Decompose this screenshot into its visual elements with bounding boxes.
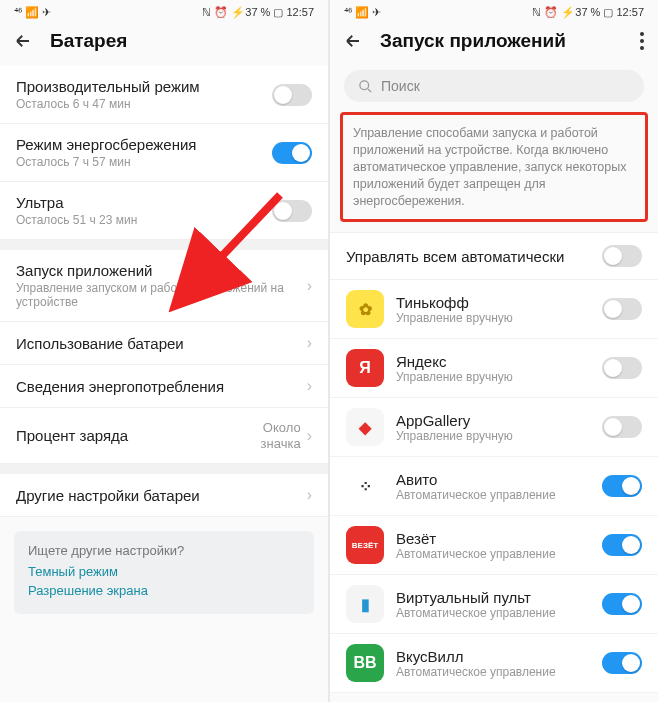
row-manage-all-auto[interactable]: Управлять всем автоматически <box>330 232 658 280</box>
label: Режим энергосбережения <box>16 136 272 153</box>
header: Запуск приложений <box>330 22 658 66</box>
back-icon[interactable] <box>344 32 362 50</box>
status-left: ⁴⁶ 📶 ✈ <box>14 6 51 19</box>
page-title: Запуск приложений <box>380 30 566 52</box>
section-gap <box>0 240 328 250</box>
label: Другие настройки батареи <box>16 487 301 504</box>
app-icon: ◆ <box>346 408 384 446</box>
app-icon: BB <box>346 644 384 682</box>
row-power-saving[interactable]: Режим энергосбережения Осталось 7 ч 57 м… <box>0 124 328 182</box>
row-battery-usage[interactable]: Использование батареи › <box>0 322 328 365</box>
status-bar: ⁴⁶ 📶 ✈ ℕ ⏰ ⚡37 % ▢ 12:57 <box>330 0 658 22</box>
label: Использование батареи <box>16 335 301 352</box>
app-name: Авито <box>396 471 590 488</box>
app-icon: Я <box>346 349 384 387</box>
sub: Осталось 6 ч 47 мин <box>16 97 272 111</box>
chevron-right-icon: › <box>307 377 312 395</box>
sub: Осталось 7 ч 57 мин <box>16 155 272 169</box>
app-mode: Управление вручную <box>396 370 590 384</box>
app-mode: Управление вручную <box>396 311 590 325</box>
chevron-right-icon: › <box>307 277 312 295</box>
app-name: ВкусВилл <box>396 648 590 665</box>
row-app-launch[interactable]: Запуск приложений Управление запуском и … <box>0 250 328 322</box>
app-icon: ⁘ <box>346 467 384 505</box>
more-menu-icon[interactable] <box>640 32 644 50</box>
toggle-app[interactable] <box>602 534 642 556</box>
app-icon: ✿ <box>346 290 384 328</box>
row-other-battery-settings[interactable]: Другие настройки батареи › <box>0 474 328 517</box>
label: Запуск приложений <box>16 262 301 279</box>
app-mode: Автоматическое управление <box>396 488 590 502</box>
app-row[interactable]: BBВкусВиллАвтоматическое управление <box>330 634 658 693</box>
app-row[interactable]: ЯЯндексУправление вручную <box>330 339 658 398</box>
app-row[interactable]: ⁘АвитоАвтоматическое управление <box>330 457 658 516</box>
sub: Осталось 51 ч 23 мин <box>16 213 272 227</box>
label: Процент заряда <box>16 427 261 444</box>
toggle-performance[interactable] <box>272 84 312 106</box>
chevron-right-icon: › <box>307 334 312 352</box>
status-right: ℕ ⏰ ⚡37 % ▢ 12:57 <box>532 6 644 19</box>
toggle-app[interactable] <box>602 475 642 497</box>
app-mode: Автоматическое управление <box>396 665 590 679</box>
chevron-right-icon: › <box>307 427 312 445</box>
phone-battery-settings: ⁴⁶ 📶 ✈ ℕ ⏰ ⚡37 % ▢ 12:57 Батарея Произво… <box>0 0 328 702</box>
value: Около значка <box>261 420 301 451</box>
app-row[interactable]: ◆AppGalleryУправление вручную <box>330 398 658 457</box>
label: Ультра <box>16 194 272 211</box>
link-screen-resolution[interactable]: Разрешение экрана <box>28 583 300 598</box>
status-bar: ⁴⁶ 📶 ✈ ℕ ⏰ ⚡37 % ▢ 12:57 <box>0 0 328 22</box>
app-name: AppGallery <box>396 412 590 429</box>
app-row[interactable]: ▮Виртуальный пультАвтоматическое управле… <box>330 575 658 634</box>
toggle-app[interactable] <box>602 416 642 438</box>
search-input[interactable]: Поиск <box>344 70 644 102</box>
toggle-app[interactable] <box>602 652 642 674</box>
hint-question: Ищете другие настройки? <box>28 543 300 558</box>
label: Производительный режим <box>16 78 272 95</box>
status-right: ℕ ⏰ ⚡37 % ▢ 12:57 <box>202 6 314 19</box>
app-row[interactable]: ВЕЗЁТВезётАвтоматическое управление <box>330 516 658 575</box>
row-performance-mode[interactable]: Производительный режим Осталось 6 ч 47 м… <box>0 66 328 124</box>
app-mode: Автоматическое управление <box>396 547 590 561</box>
row-ultra[interactable]: Ультра Осталось 51 ч 23 мин <box>0 182 328 240</box>
header: Батарея <box>0 22 328 66</box>
phone-app-launch-settings: ⁴⁶ 📶 ✈ ℕ ⏰ ⚡37 % ▢ 12:57 Запуск приложен… <box>330 0 658 702</box>
app-name: Везёт <box>396 530 590 547</box>
app-row[interactable]: ✿ТинькоффУправление вручную <box>330 280 658 339</box>
app-icon: ВЕЗЁТ <box>346 526 384 564</box>
search-icon <box>358 79 373 94</box>
toggle-ultra[interactable] <box>272 200 312 222</box>
row-consumption[interactable]: Сведения энергопотребления › <box>0 365 328 408</box>
chevron-right-icon: › <box>307 486 312 504</box>
app-name: Яндекс <box>396 353 590 370</box>
sub: Управление запуском и работой приложений… <box>16 281 301 309</box>
label: Управлять всем автоматически <box>346 248 602 265</box>
more-settings-hint: Ищете другие настройки? Темный режим Раз… <box>14 531 314 614</box>
label: Сведения энергопотребления <box>16 378 301 395</box>
svg-point-0 <box>360 80 369 89</box>
app-list: ✿ТинькоффУправление вручнуюЯЯндексУправл… <box>330 280 658 693</box>
toggle-manage-all[interactable] <box>602 245 642 267</box>
status-left: ⁴⁶ 📶 ✈ <box>344 6 381 19</box>
section-gap <box>0 464 328 474</box>
back-icon[interactable] <box>14 32 32 50</box>
app-name: Виртуальный пульт <box>396 589 590 606</box>
app-mode: Автоматическое управление <box>396 606 590 620</box>
app-icon: ▮ <box>346 585 384 623</box>
link-dark-mode[interactable]: Темный режим <box>28 564 300 579</box>
page-title: Батарея <box>50 30 127 52</box>
toggle-app[interactable] <box>602 357 642 379</box>
app-mode: Управление вручную <box>396 429 590 443</box>
toggle-power-saving[interactable] <box>272 142 312 164</box>
search-placeholder: Поиск <box>381 78 420 94</box>
app-name: Тинькофф <box>396 294 590 311</box>
info-description: Управление способами запуска и работой п… <box>340 112 648 222</box>
toggle-app[interactable] <box>602 593 642 615</box>
toggle-app[interactable] <box>602 298 642 320</box>
row-charge-percent[interactable]: Процент заряда Около значка › <box>0 408 328 464</box>
